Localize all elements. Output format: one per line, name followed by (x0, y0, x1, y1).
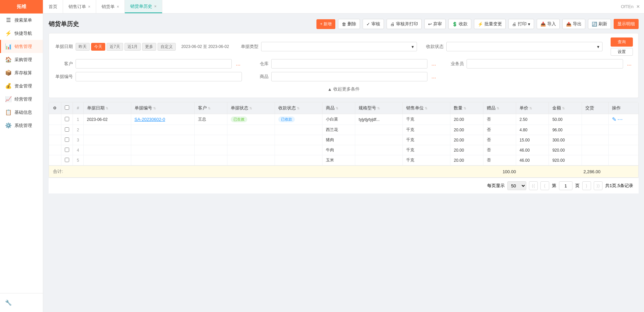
th-doc-no[interactable]: 单据编号⇅ (131, 102, 194, 114)
page-size-select[interactable]: 50 100 (507, 181, 526, 190)
td-doc-status (227, 155, 275, 165)
query-button[interactable]: 查询 (611, 37, 633, 47)
topbar-close-icon[interactable]: ✕ (636, 4, 640, 9)
tab-sales-order-close[interactable]: × (88, 4, 90, 9)
filter-warehouse-dots[interactable]: ... (430, 61, 437, 67)
date-btn-more[interactable]: 更多 (142, 43, 156, 51)
last-page-btn[interactable]: ⟩⟩ (594, 181, 603, 190)
sidebar-item-search[interactable]: ☰ 搜索菜单 (0, 14, 43, 27)
td-delivery (582, 145, 608, 155)
filter-product-input[interactable] (271, 72, 427, 81)
filter-doc-type-select[interactable]: ▾ (261, 42, 417, 51)
row-checkbox[interactable] (65, 117, 69, 121)
th-customer[interactable]: 客户⇅ (194, 102, 227, 114)
td-customer (194, 125, 227, 135)
refresh-button[interactable]: 🔄 刷新 (588, 19, 611, 29)
sidebar-item-settings-bottom[interactable]: 🔧 (0, 296, 43, 309)
th-amount[interactable]: 金额⇅ (549, 102, 582, 114)
row-checkbox[interactable] (65, 137, 69, 142)
date-btn-custom[interactable]: 自定义 (158, 43, 176, 51)
th-gift[interactable]: 赠品⇅ (483, 102, 516, 114)
sidebar-logo: 拓维 (0, 0, 43, 14)
import-label: 导入 (547, 21, 556, 27)
more-op-btn[interactable]: ⋯ (617, 116, 623, 122)
row-checkbox[interactable] (65, 148, 69, 152)
sidebar-item-ops[interactable]: 📈 经营管理 (0, 93, 43, 106)
th-qty-label: 数量 (454, 105, 463, 111)
td-date (83, 125, 131, 135)
th-doc-status-label: 单据状态 (231, 105, 248, 111)
filter-customer-dots[interactable]: ... (234, 61, 242, 67)
date-btn-today[interactable]: 今天 (91, 43, 105, 51)
tab-sales-history-close[interactable]: × (154, 4, 157, 9)
sidebar-item-basic-info[interactable]: 📋 基础信息 (0, 106, 43, 119)
date-quick-btns: 昨天 今天 近7天 近1月 更多 自定义 (76, 43, 176, 51)
filter-pay-status-select[interactable]: ▾ (446, 42, 603, 51)
filter-salesman-input[interactable] (467, 59, 623, 69)
select-all-checkbox[interactable] (65, 105, 69, 110)
date-btn-7days[interactable]: 近7天 (107, 43, 123, 51)
filter-docno-input[interactable] (76, 72, 242, 81)
show-detail-button[interactable]: 显示明细 (614, 19, 639, 29)
collapse-button[interactable]: ▲ 收起更多条件 (54, 85, 633, 94)
row-checkbox[interactable] (65, 158, 69, 162)
batch-change-label: 批量变更 (484, 21, 502, 27)
td-checkbox (61, 135, 73, 145)
th-doc-status[interactable]: 单据状态⇅ (227, 102, 275, 114)
td-doc-status (227, 135, 275, 145)
th-date[interactable]: 单据日期⇅ (83, 102, 131, 114)
sidebar-item-purchase-mgmt[interactable]: 🏠 采购管理 (0, 53, 43, 66)
filter-salesman-dots[interactable]: ... (626, 61, 633, 67)
tab-sales-goods-close[interactable]: × (117, 4, 119, 9)
td-date (83, 135, 131, 145)
sidebar-item-finance[interactable]: 💰 资金管理 (0, 79, 43, 93)
collapse-arrow-icon: ▲ (328, 87, 332, 92)
doc-no-link[interactable]: SA-20230602-0 (135, 117, 165, 122)
collect-button[interactable]: 💲 收款 (448, 19, 471, 29)
sidebar-item-inventory[interactable]: 📦 库存核算 (0, 66, 43, 79)
tab-sales-history[interactable]: 销货单历史 × (125, 0, 162, 13)
new-button[interactable]: + 新增 (316, 19, 335, 29)
filter-warehouse-input[interactable] (271, 59, 427, 69)
th-price[interactable]: 单价⇅ (516, 102, 549, 114)
batch-change-button[interactable]: ⚡ 批量变更 (474, 19, 506, 29)
th-product-label: 商品 (326, 105, 335, 111)
th-spec[interactable]: 规格型号⇅ (355, 102, 403, 114)
table-row: 2 西兰花 千克 20.00 否 4.80 96.00 (49, 125, 638, 135)
sidebar-item-quick-nav[interactable]: ⚡ 快捷导航 (0, 27, 43, 40)
first-page-btn[interactable]: ⟨⟨ (529, 181, 538, 190)
th-customer-label: 客户 (198, 105, 207, 111)
th-unit[interactable]: 销售单位⇅ (403, 102, 450, 114)
date-btn-yesterday[interactable]: 昨天 (76, 43, 90, 51)
export-button[interactable]: 📤 导出 (562, 19, 585, 29)
next-page-btn[interactable]: ⟩ (582, 181, 591, 190)
td-checkbox (61, 145, 73, 155)
th-pay-status[interactable]: 收款状态⇅ (275, 102, 323, 114)
row-checkbox[interactable] (65, 127, 69, 132)
sidebar-item-sales-mgmt[interactable]: 📊 销售管理 (0, 40, 43, 53)
edit-op-btn[interactable]: ✎ (612, 116, 616, 122)
th-settings[interactable]: ⚙ (49, 102, 61, 114)
date-btn-1month[interactable]: 近1月 (124, 43, 141, 51)
review-print-button[interactable]: 🖨 审核并打印 (387, 19, 422, 29)
td-pay-status (275, 125, 323, 135)
settings-button[interactable]: 设置 (611, 48, 633, 56)
data-table-container: ⚙ # 单据日期⇅ 单据编号⇅ 客户⇅ 单据状态⇅ 收款状态⇅ 商品⇅ 规格型号… (49, 102, 639, 178)
filter-product-dots[interactable]: ... (430, 74, 437, 80)
td-doc-status (227, 145, 275, 155)
import-button[interactable]: 📥 导入 (537, 19, 560, 29)
tab-sales-order[interactable]: 销售订单 × (63, 0, 96, 13)
tab-sales-goods[interactable]: 销货单 × (96, 0, 125, 13)
delete-button[interactable]: 🗑 删除 (338, 19, 360, 29)
sidebar-item-sys-mgmt[interactable]: ⚙️ 系统管理 (0, 119, 43, 132)
abandon-button[interactable]: ↩ 弃审 (424, 19, 446, 29)
th-product[interactable]: 商品⇅ (323, 102, 355, 114)
review-button[interactable]: ✓ 审核 (363, 19, 384, 29)
print-button[interactable]: 🖨 打印 ▾ (508, 19, 534, 29)
td-product: 玉米 (323, 155, 355, 165)
page-input[interactable] (559, 181, 572, 190)
th-qty[interactable]: 数量⇅ (450, 102, 483, 114)
prev-page-btn[interactable]: ⟨ (540, 181, 549, 190)
tab-home[interactable]: 首页 (43, 0, 63, 13)
filter-customer-input[interactable] (76, 59, 232, 69)
